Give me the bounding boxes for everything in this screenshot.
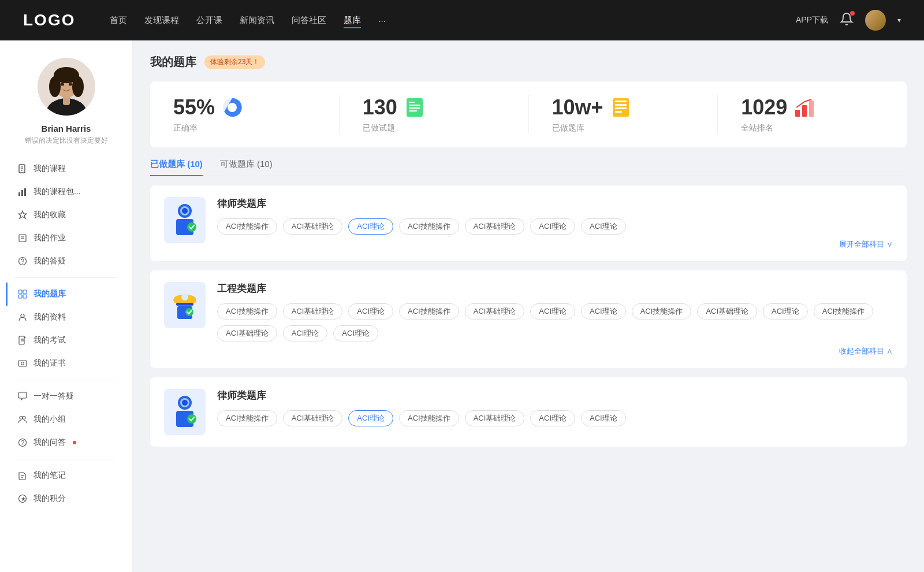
svg-rect-44	[409, 102, 415, 103]
qbank-tag[interactable]: ACI理论	[348, 410, 393, 426]
qbank-tag[interactable]: ACI基础理论	[283, 218, 343, 235]
sidebar-item-label: 我的问答	[33, 437, 66, 448]
sidebar-item-my-cert[interactable]: 我的证书	[6, 352, 126, 375]
sidebar-item-one-on-one[interactable]: 一对一答疑	[6, 385, 126, 408]
sidebar-item-my-profile[interactable]: 我的资料	[6, 306, 126, 329]
sidebar-item-label: 我的题库	[33, 289, 66, 299]
svg-rect-55	[809, 101, 814, 117]
sidebar-item-my-questions[interactable]: ?我的问答	[6, 431, 126, 454]
qbank-tag[interactable]: ACI理论	[581, 218, 626, 235]
sidebar-item-my-course[interactable]: 我的课程	[6, 157, 126, 180]
qbank-tag[interactable]: ACI技能操作	[399, 218, 459, 235]
sidebar-item-my-exam[interactable]: 我的考试	[6, 329, 126, 352]
qbank-tag[interactable]: ACI技能操作	[399, 410, 459, 426]
svg-rect-13	[18, 192, 20, 196]
avatar-chevron-icon[interactable]: ▾	[897, 16, 901, 24]
sidebar-divider	[15, 459, 117, 459]
svg-rect-46	[409, 107, 420, 109]
grid-icon	[17, 289, 28, 299]
sidebar-item-my-points[interactable]: ★我的积分	[6, 487, 126, 510]
svg-text:★: ★	[21, 496, 26, 502]
nav-link-news[interactable]: 新闻资讯	[240, 13, 274, 28]
stat-rank: 1029 全站排名	[718, 95, 907, 133]
sidebar-item-label: 我的积分	[33, 493, 66, 504]
qbank-tag[interactable]: ACI基础理论	[697, 303, 757, 320]
qbank-expand-0[interactable]: 展开全部科目 ∨	[217, 239, 893, 250]
sidebar-menu: 我的课程我的课程包...我的收藏我的作业我的答疑我的题库我的资料我的考试我的证书…	[0, 157, 132, 510]
qbank-tag[interactable]: ACI理论	[530, 303, 575, 320]
qbank-card-qbank-1: 律师类题库ACI技能操作ACI基础理论ACI理论ACI技能操作ACI基础理论AC…	[150, 185, 907, 261]
qbank-tag[interactable]: ACI技能操作	[217, 218, 277, 235]
sidebar-item-my-qa[interactable]: 我的答疑	[6, 250, 126, 273]
sidebar-item-my-homework[interactable]: 我的作业	[6, 226, 126, 250]
qbank-title-1: 工程类题库	[217, 282, 893, 295]
tab-todo[interactable]: 可做题库 (10)	[220, 159, 273, 176]
qbank-tag[interactable]: ACI理论	[581, 303, 626, 320]
svg-point-5	[49, 76, 61, 97]
qbank-tag[interactable]: ACI基础理论	[465, 303, 525, 320]
qbank-tag[interactable]: ACI基础理论	[283, 410, 343, 426]
qbank-tag[interactable]: ACI理论	[348, 303, 393, 320]
app-download-button[interactable]: APP下载	[796, 15, 828, 25]
qbank-tag[interactable]: ACI理论	[581, 410, 626, 426]
qbank-tag[interactable]: ACI理论	[333, 325, 378, 341]
qbank-title-2: 律师类题库	[217, 389, 893, 402]
stat-done-questions-label: 已做试题	[363, 123, 395, 133]
svg-rect-27	[19, 336, 24, 344]
qbank-collapse-1[interactable]: 收起全部科目 ∧	[217, 346, 893, 356]
nav-links: 首页发现课程公开课新闻资讯问答社区题库···	[110, 13, 796, 28]
sidebar-item-my-group[interactable]: 我的小组	[6, 408, 126, 431]
accuracy-pie-icon	[222, 97, 243, 118]
nav-logo[interactable]: LOGO	[23, 11, 75, 29]
stat-done-banks-label: 已做题库	[552, 123, 584, 133]
qbank-tag[interactable]: ACI理论	[530, 410, 575, 426]
qbank-tag[interactable]: ACI理论	[530, 218, 575, 235]
svg-rect-22	[18, 290, 22, 294]
svg-rect-51	[615, 107, 627, 109]
qbank-tag[interactable]: ACI理论	[348, 218, 393, 235]
svg-marker-16	[18, 211, 27, 218]
task-icon	[17, 233, 28, 243]
sidebar-item-my-qbank[interactable]: 我的题库	[6, 283, 126, 306]
qbank-tag[interactable]: ACI理论	[283, 325, 328, 341]
page-header: 我的题库 体验剩余23天！	[150, 54, 907, 70]
qbank-tag[interactable]: ACI技能操作	[217, 303, 277, 320]
qbank-tag[interactable]: ACI理论	[763, 303, 808, 320]
svg-point-8	[69, 83, 72, 86]
qbank-tag[interactable]: ACI基础理论	[465, 410, 525, 426]
nav-link-qbank[interactable]: 题库	[344, 13, 361, 28]
nav-link-home[interactable]: 首页	[110, 13, 127, 28]
nav-link-discover[interactable]: 发现课程	[144, 13, 179, 28]
sidebar-item-my-notes[interactable]: 我的笔记	[6, 464, 126, 487]
svg-rect-49	[615, 101, 627, 102]
svg-point-21	[22, 263, 23, 264]
sidebar-divider	[15, 380, 117, 380]
stat-rank-value: 1029	[741, 95, 787, 120]
svg-marker-28	[24, 336, 26, 338]
qbank-tag[interactable]: ACI基础理论	[465, 218, 525, 235]
qbank-tag[interactable]: ACI技能操作	[814, 303, 874, 320]
qbank-tag[interactable]: ACI技能操作	[632, 303, 692, 320]
qbank-tag[interactable]: ACI技能操作	[217, 410, 277, 426]
done-questions-icon	[404, 97, 425, 118]
qbank-tag[interactable]: ACI基础理论	[217, 325, 277, 341]
sidebar-item-label: 我的课程包...	[33, 187, 81, 197]
svg-point-7	[61, 83, 64, 86]
user-avatar[interactable]	[865, 10, 886, 31]
tab-done[interactable]: 已做题库 (10)	[150, 159, 203, 176]
sidebar-item-label: 我的收藏	[33, 210, 66, 220]
svg-rect-23	[23, 290, 27, 294]
nav-link-openclass[interactable]: 公开课	[196, 13, 222, 28]
svg-point-34	[23, 417, 25, 419]
svg-point-33	[20, 417, 23, 419]
sidebar-item-label: 我的笔记	[33, 470, 66, 481]
qbank-tags-1: ACI技能操作ACI基础理论ACI理论ACI技能操作ACI基础理论ACI理论AC…	[217, 303, 893, 341]
sidebar-item-my-course-package[interactable]: 我的课程包...	[6, 180, 126, 203]
nav-link-qa[interactable]: 问答社区	[292, 13, 326, 28]
qbank-tag[interactable]: ACI技能操作	[399, 303, 459, 320]
notification-bell[interactable]	[840, 12, 854, 28]
qbank-tag[interactable]: ACI基础理论	[283, 303, 343, 320]
sidebar-item-label: 我的证书	[33, 358, 66, 369]
nav-link-more[interactable]: ···	[378, 13, 386, 28]
sidebar-item-my-collection[interactable]: 我的收藏	[6, 203, 126, 226]
